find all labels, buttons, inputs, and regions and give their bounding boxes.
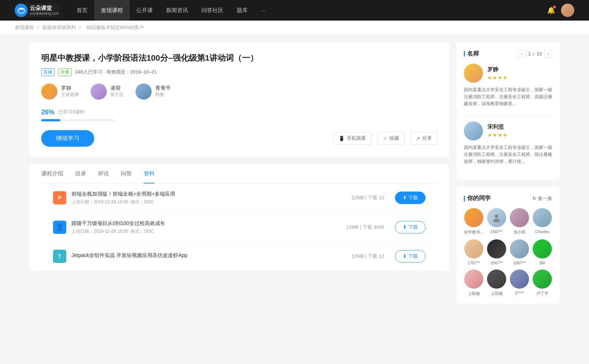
logo-icon [15, 4, 28, 17]
classmate-9[interactable]: 上陈能 [464, 270, 484, 296]
instructors: 罗静 主讲老师 凌荷 班主任 青青平 助教 [41, 83, 437, 100]
teacher-stars-1: ★★★★ [487, 75, 508, 81]
resource-info-1: 前端全栈加强版！前端全栈+全周期+多端应用 上传日期：2019-12-28 16… [71, 191, 346, 205]
classmate-6[interactable]: 1567** [487, 239, 507, 265]
refresh-classmates-button[interactable]: ↻ 换一换 [532, 195, 552, 202]
tab-catalog[interactable]: 目录 [75, 164, 86, 183]
resource-stats-1: 12MB | 下载 12 [352, 195, 384, 201]
progress-section: 26% 已学习0课时 [41, 108, 437, 121]
teachers-next-button[interactable]: › [544, 50, 552, 58]
classmate-1[interactable]: 化学教书... [464, 208, 484, 235]
teachers-page-total: 10 [537, 51, 542, 57]
nav-item-home[interactable]: 首页 [70, 0, 94, 21]
breadcrumb-link-discover[interactable]: 发现课程 [15, 25, 34, 30]
classmate-7[interactable]: 1867** [509, 239, 529, 265]
collect-button[interactable]: ☆ 收藏 [377, 132, 405, 144]
instructor-name-qing: 青青平 [155, 85, 171, 92]
nav-item-discover[interactable]: 发现课程 [94, 0, 130, 21]
classmate-avatar-1 [464, 208, 483, 227]
svg-point-1 [21, 8, 22, 10]
teacher-stars-2: ★★★★ [487, 132, 508, 138]
course-meta: 直播 录播 246人已学习 · 有效期至：2019–10–21 [41, 68, 437, 76]
tab-intro[interactable]: 课程介绍 [41, 164, 63, 183]
teachers-card-header: 名师 ‹ 1 / 10 › [464, 50, 552, 58]
download-button-1[interactable]: ⬇ 下载 [395, 192, 426, 204]
nav-item-open[interactable]: 公开课 [130, 0, 159, 21]
star-icon: ☆ [383, 136, 387, 141]
classmate-2[interactable]: 1567** [487, 208, 507, 235]
teacher-item-2: 宋利坚 ★★★★ 国内某重点大学安全工程专业硕士，国家一级注册消防工程师、注册安… [464, 121, 552, 165]
breadcrumb-link-series[interactable]: 新媒体营销系列 [42, 25, 76, 30]
classmate-8[interactable]: Bill [532, 239, 552, 265]
classmate-5[interactable]: 1767** [464, 239, 484, 265]
classmate-12[interactable]: 卢丁平 [532, 270, 552, 296]
share-button[interactable]: ↗ 分享 [410, 132, 437, 144]
classmate-name-4: Charles [535, 229, 549, 234]
classmate-name-12: 卢丁平 [536, 291, 549, 296]
resource-stats-3: 12MB | 下载 12 [352, 253, 384, 260]
resource-info-2: 跟随千万级项目从0到100全过程高效成长 上传日期：2019-12-28 16:… [71, 220, 341, 235]
user-avatar[interactable] [561, 4, 574, 17]
instructor-avatar-luo [41, 83, 57, 100]
classmate-11[interactable]: S**** [509, 270, 529, 296]
left-panel: 明星中教授课，小学阶段语法100分–强化级第1讲动词（一） 直播 录播 246人… [29, 42, 449, 304]
classmate-3[interactable]: 张小田 [509, 208, 529, 235]
nav-item-news[interactable]: 新闻资讯 [159, 0, 195, 21]
share-label: 分享 [422, 135, 432, 142]
classmate-name-7: 1867** [513, 261, 525, 265]
continue-learning-button[interactable]: 继续学习 [41, 130, 94, 147]
nav-item-qa[interactable]: 问答社区 [195, 0, 230, 21]
course-header-card: 明星中教授课，小学阶段语法100分–强化级第1讲动词（一） 直播 录播 246人… [29, 42, 449, 157]
download-button-2[interactable]: ⬇ 下载 [395, 221, 426, 233]
teachers-prev-button[interactable]: ‹ [518, 50, 526, 58]
classmate-avatar-12 [533, 270, 552, 289]
tab-qa[interactable]: 问答 [121, 164, 132, 183]
classmate-name-10: 上院楼 [491, 291, 503, 296]
instructor-qing: 青青平 助教 [135, 83, 171, 100]
instructor-luo: 罗静 主讲老师 [41, 83, 79, 100]
logo-sub-text: yundoketang.com [30, 11, 59, 16]
divider-1 [464, 115, 552, 115]
classmate-avatar-7 [510, 239, 529, 258]
classmate-avatar-8 [533, 239, 552, 258]
instructor-avatar-qing [135, 83, 152, 100]
logo[interactable]: 云朵课堂 yundoketang.com [15, 3, 59, 17]
classmate-avatar-4 [533, 208, 552, 227]
instructor-name-ling: 凌荷 [110, 85, 124, 92]
navbar: 云朵课堂 yundoketang.com 首页 发现课程 公开课 新闻资讯 问答… [0, 0, 589, 21]
classmate-10[interactable]: 上院楼 [487, 270, 507, 296]
teacher-avatar-1 [464, 64, 483, 83]
classmate-avatar-11 [510, 270, 529, 289]
tab-resources[interactable]: 资料 [144, 164, 155, 183]
notification-dot [553, 6, 556, 8]
teacher-top-1: 罗静 ★★★★ [464, 64, 552, 83]
resource-meta-2: 上传日期：2019-12-28 16:00 格式：DOC [71, 228, 341, 235]
svg-point-2 [495, 214, 498, 218]
resources-list: P 前端全栈加强版！前端全栈+全周期+多端应用 上传日期：2019-12-28 … [41, 183, 437, 271]
teacher-desc-2: 国内某重点大学安全工程专业硕士，国家一级注册消防工程师、注册安全工程师、级注册建… [464, 144, 552, 165]
notification-bell[interactable]: 🔔 [547, 6, 555, 14]
instructor-role-qing: 助教 [155, 92, 171, 98]
classmate-name-2: 1567** [490, 229, 502, 234]
share-icon: ↗ [416, 136, 420, 141]
classmate-avatar-10 [487, 270, 506, 289]
mobile-watch-button[interactable]: 📱 手机观看 [333, 132, 371, 144]
teacher-top-2: 宋利坚 ★★★★ [464, 121, 552, 140]
resource-item: P 前端全栈加强版！前端全栈+全周期+多端应用 上传日期：2019-12-28 … [41, 183, 437, 213]
logo-main-text: 云朵课堂 [30, 5, 59, 11]
nav-item-more[interactable]: ··· [254, 0, 272, 21]
refresh-icon: ↻ [532, 196, 536, 201]
resource-name-2: 跟随千万级项目从0到100全过程高效成长 [71, 220, 341, 227]
action-row: 继续学习 📱 手机观看 ☆ 收藏 ↗ 分享 [41, 130, 437, 147]
refresh-label: 换一换 [538, 195, 552, 202]
tab-review[interactable]: 评论 [98, 164, 109, 183]
classmate-4[interactable]: Charles [532, 208, 552, 235]
download-button-3[interactable]: ⬇ 下载 [395, 250, 426, 263]
nav-item-questions[interactable]: 题库 [230, 0, 254, 21]
classmate-name-3: 张小田 [514, 229, 526, 235]
classmate-avatar-3 [510, 208, 529, 227]
page-content: 明星中教授课，小学阶段语法100分–强化级第1讲动词（一） 直播 录播 246人… [15, 35, 574, 311]
classmate-name-1: 化学教书... [464, 229, 483, 235]
classmate-name-9: 上陈能 [468, 291, 480, 296]
teacher-desc-1: 国内某重点大学安全工程专业硕士，国家一级注册消防工程师、注册安全工程师、高级注册… [464, 86, 552, 108]
